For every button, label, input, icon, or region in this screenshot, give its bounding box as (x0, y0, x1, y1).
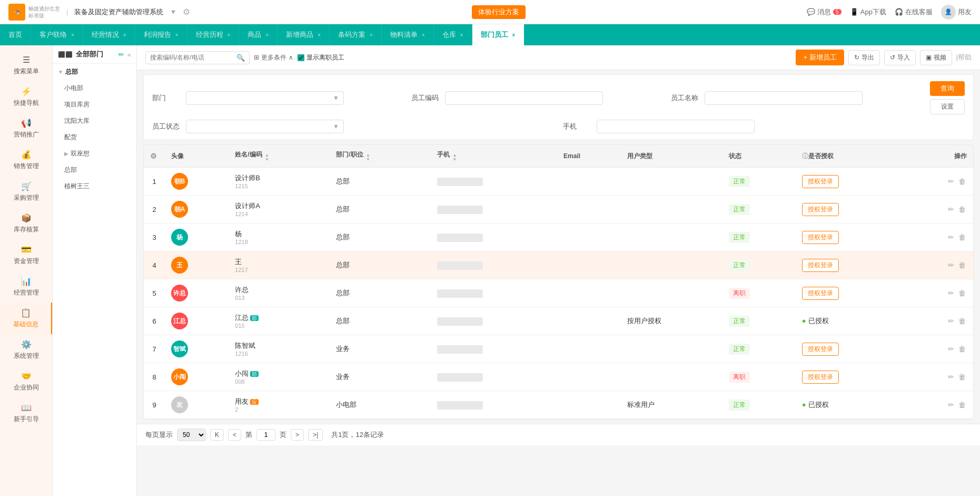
settings-gear-icon[interactable]: ⚙ (183, 7, 190, 17)
experience-btn[interactable]: 体验行业方案 (472, 5, 526, 19)
nav-guide[interactable]: 📖 新手引导 (0, 397, 52, 429)
tab-add-goods[interactable]: 新增商品 × (278, 24, 330, 45)
filter-empcode-input[interactable] (445, 91, 603, 105)
tab-customer-close[interactable]: × (71, 32, 74, 38)
filter-empname-input[interactable] (705, 91, 863, 105)
nav-quick-nav[interactable]: ⚡ 快捷导航 (0, 81, 52, 113)
nav-business[interactable]: 📊 经营管理 (0, 271, 52, 303)
dept-item-shenyang[interactable]: 沈阳大库 (53, 113, 136, 129)
delete-icon[interactable]: 🗑 (958, 345, 966, 353)
show-resigned-label[interactable]: 显示离职员工 (298, 53, 344, 62)
dept-collapse-icon[interactable]: « (127, 51, 131, 59)
dept-item-xiaodian[interactable]: 小电部 (53, 80, 136, 96)
tab-customer[interactable]: 客户联络 × (31, 24, 83, 45)
delete-icon[interactable]: 🗑 (958, 289, 966, 297)
more-filters-btn[interactable]: ⊞ 更多条件 ∧ (254, 53, 293, 62)
nav-basic-info[interactable]: 📋 基础信息 (0, 303, 52, 334)
per-page-select[interactable]: 50 100 (177, 429, 206, 441)
filter-dept-select[interactable]: ▼ (186, 91, 344, 105)
edit-icon[interactable]: ✏ (948, 373, 954, 381)
auth-btn[interactable]: 授权登录 (802, 231, 839, 244)
edit-icon[interactable]: ✏ (948, 345, 954, 353)
delete-icon[interactable]: 🗑 (958, 233, 966, 241)
message-action[interactable]: 💬 消息 5 (807, 7, 842, 17)
delete-icon[interactable]: 🗑 (958, 373, 966, 381)
delete-icon[interactable]: 🗑 (958, 205, 966, 213)
auth-btn[interactable]: 授权登录 (802, 175, 839, 188)
dept-item-zongbu-root[interactable]: ▼ 总部 (53, 64, 136, 80)
tab-barcode[interactable]: 条码方案 × (330, 24, 382, 45)
edit-icon[interactable]: ✏ (948, 205, 954, 213)
dept-item-zongbu[interactable]: 总部 (53, 162, 136, 178)
edit-icon[interactable]: ✏ (948, 289, 954, 297)
auth-btn[interactable]: 授权登录 (802, 343, 839, 356)
tab-goods-close[interactable]: × (265, 32, 269, 38)
search-icon[interactable]: 🔍 (236, 54, 245, 62)
edit-icon[interactable]: ✏ (948, 233, 954, 241)
prev-first-btn[interactable]: K (210, 429, 224, 441)
next-btn[interactable]: > (291, 429, 304, 441)
nav-search-menu[interactable]: ☰ 搜索菜单 (0, 50, 52, 81)
delete-icon[interactable]: 🗑 (958, 261, 966, 269)
auth-btn[interactable]: 授权登录 (802, 203, 839, 216)
add-employee-btn[interactable]: + 新增员工 (796, 50, 844, 65)
dept-item-xiangmu[interactable]: 项目库房 (53, 96, 136, 113)
next-last-btn[interactable]: >| (308, 429, 323, 441)
page-input[interactable] (256, 429, 275, 441)
import-btn[interactable]: ↺ 导入 (884, 50, 916, 65)
nav-purchase[interactable]: 🛒 采购管理 (0, 176, 52, 208)
tab-operation-close[interactable]: × (123, 32, 126, 38)
reset-btn[interactable]: 设置 (930, 99, 965, 114)
prev-btn[interactable]: < (228, 429, 241, 441)
tab-add-goods-close[interactable]: × (318, 32, 321, 38)
dept-item-zhishu[interactable]: 植树王三 (53, 178, 136, 194)
search-input[interactable] (150, 54, 234, 61)
edit-icon[interactable]: ✏ (948, 317, 954, 325)
app-download-action[interactable]: 📱 App下载 (850, 7, 886, 17)
dept-item-peihuo[interactable]: 配货 (53, 129, 136, 145)
tab-operation[interactable]: 经营情况 × (83, 24, 135, 45)
settings-icon[interactable]: ⚙ (150, 152, 157, 160)
nav-collab[interactable]: 🤝 企业协同 (0, 366, 52, 397)
tab-bom-close[interactable]: × (422, 32, 425, 38)
edit-icon[interactable]: ✏ (948, 401, 954, 409)
show-resigned-checkbox[interactable] (298, 54, 304, 61)
nav-marketing[interactable]: 📢 营销推广 (0, 113, 52, 144)
dept-item-shuangzuo[interactable]: ▶ 双座想 (53, 145, 136, 162)
dropdown-icon[interactable]: ▼ (170, 8, 176, 16)
tab-barcode-close[interactable]: × (370, 32, 373, 38)
tab-history-close[interactable]: × (227, 32, 231, 38)
tab-warehouse[interactable]: 仓库 × (434, 24, 472, 45)
auth-btn[interactable]: 授权登录 (802, 259, 839, 272)
delete-icon[interactable]: 🗑 (958, 177, 966, 186)
delete-icon[interactable]: 🗑 (958, 317, 966, 325)
tab-profit-close[interactable]: × (175, 32, 179, 38)
filter-phone-input[interactable] (597, 120, 755, 133)
user-action[interactable]: 👤 用友 (941, 5, 972, 20)
edit-icon[interactable]: ✏ (948, 261, 954, 269)
tab-bom[interactable]: 物料清单 × (382, 24, 434, 45)
nav-sales[interactable]: 💰 销售管理 (0, 144, 52, 176)
tab-employees[interactable]: 部门员工 × (472, 24, 524, 45)
tab-goods[interactable]: 商品 × (239, 24, 278, 45)
tab-warehouse-close[interactable]: × (460, 32, 463, 38)
sort-name-icon[interactable]: ▲▼ (265, 153, 269, 162)
auth-btn[interactable]: 授权登录 (802, 287, 839, 300)
dept-edit-icon[interactable]: ✏ (118, 51, 124, 59)
edit-icon[interactable]: ✏ (948, 177, 954, 186)
view-btn[interactable]: ▣ 视频 (920, 50, 952, 65)
delete-icon[interactable]: 🗑 (958, 401, 966, 409)
auth-btn[interactable]: 授权登录 (802, 371, 839, 384)
tab-profit[interactable]: 利润报告 × (135, 24, 187, 45)
tab-home[interactable]: 首页 (0, 24, 31, 45)
nav-finance[interactable]: 💳 资金管理 (0, 239, 52, 271)
help-btn[interactable]: |帮助 (956, 53, 972, 62)
filter-status-select[interactable]: ▼ (186, 120, 344, 133)
online-service-action[interactable]: 🎧 在线客服 (895, 7, 933, 17)
query-btn[interactable]: 查询 (930, 81, 965, 96)
nav-system[interactable]: ⚙️ 系统管理 (0, 334, 52, 366)
nav-inventory[interactable]: 📦 库存核算 (0, 208, 52, 239)
export-btn[interactable]: ↻ 导出 (848, 50, 880, 65)
sort-phone-icon[interactable]: ▲▼ (452, 153, 457, 162)
tab-employees-close[interactable]: × (512, 32, 516, 38)
